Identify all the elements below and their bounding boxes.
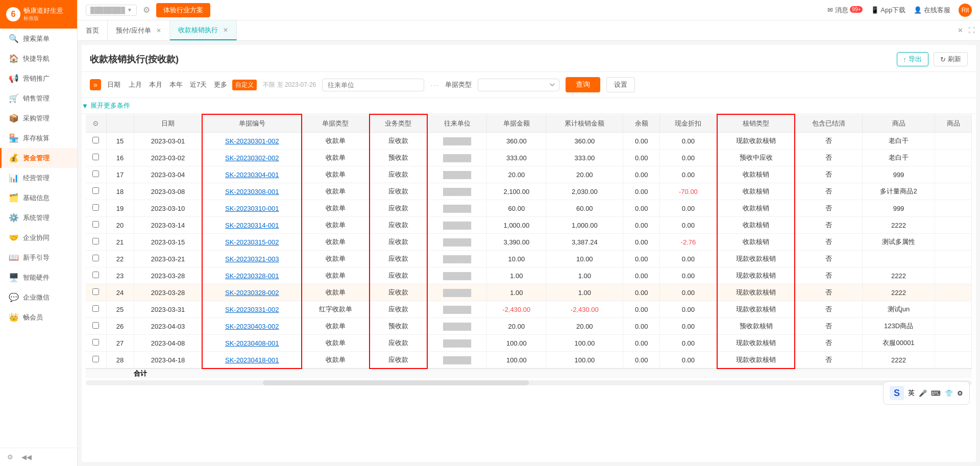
bill-no-link[interactable]: SK-20230315-002 xyxy=(225,238,279,246)
row-checkbox[interactable] xyxy=(92,322,99,329)
tab-collection[interactable]: 收款核销执行 ✕ xyxy=(170,20,237,40)
td-checkbox[interactable] xyxy=(86,183,106,200)
bill-no-link[interactable]: SK-20230308-001 xyxy=(225,188,279,195)
row-checkbox[interactable] xyxy=(92,137,99,143)
user-avatar[interactable]: Rit xyxy=(959,4,972,17)
sidebar-item-wechat[interactable]: 💬 企业微信 xyxy=(0,287,77,307)
sidebar-item-marketing[interactable]: 📢 营销推广 xyxy=(0,68,77,88)
sidebar-item-search[interactable]: 🔍 搜索菜单 xyxy=(0,29,77,48)
row-checkbox[interactable] xyxy=(92,255,99,261)
th-product2[interactable]: 商品 xyxy=(935,114,972,133)
date-option-last-month[interactable]: 上月 xyxy=(127,79,144,90)
th-partner[interactable]: 往来单位 xyxy=(427,114,487,133)
date-custom-button[interactable]: 自定义 xyxy=(232,80,257,90)
bill-no-link[interactable]: SK-20230403-002 xyxy=(225,323,279,330)
td-checkbox[interactable] xyxy=(86,251,106,267)
bill-no-link[interactable]: SK-20230408-001 xyxy=(225,339,279,347)
export-button[interactable]: ↑ 导出 xyxy=(897,52,929,66)
grid-icon[interactable]: ⚙ xyxy=(957,389,963,397)
bill-no-link[interactable]: SK-20230418-001 xyxy=(225,356,279,364)
row-checkbox[interactable] xyxy=(92,204,99,211)
app-download[interactable]: 📱 App下载 xyxy=(871,6,905,15)
sidebar-item-guide[interactable]: 📖 新手引导 xyxy=(0,248,77,267)
th-biz-type[interactable]: 业务类型 xyxy=(370,114,427,133)
th-amount[interactable]: 单据金额 xyxy=(487,114,546,133)
date-option-this-year[interactable]: 本年 xyxy=(167,79,185,90)
td-checkbox[interactable] xyxy=(86,335,106,352)
th-balance[interactable]: 余额 xyxy=(623,114,660,133)
collection-tab-close[interactable]: ✕ xyxy=(223,27,228,34)
sidebar-item-inventory[interactable]: 🏪 库存核算 xyxy=(0,128,77,148)
tab-home[interactable]: 首页 xyxy=(78,20,108,40)
row-checkbox[interactable] xyxy=(92,238,99,244)
tab-close-all-icon[interactable]: ✕ xyxy=(958,27,963,34)
table-scrollbar-thumb[interactable] xyxy=(263,380,529,385)
row-checkbox[interactable] xyxy=(92,288,99,295)
sidebar-item-operation[interactable]: 📊 经营管理 xyxy=(0,168,77,188)
td-checkbox[interactable] xyxy=(86,234,106,251)
bill-no-link[interactable]: SK-20230314-001 xyxy=(225,222,279,229)
date-option-this-month[interactable]: 本月 xyxy=(147,79,164,90)
bill-no-link[interactable]: SK-20230328-002 xyxy=(225,289,279,297)
row-checkbox[interactable] xyxy=(92,305,99,312)
shirt-icon[interactable]: 👕 xyxy=(945,389,953,397)
td-checkbox[interactable] xyxy=(86,267,106,284)
date-option-more[interactable]: 更多 xyxy=(212,79,229,90)
bill-no-link[interactable]: SK-20230321-003 xyxy=(225,255,279,263)
filter-toggle-button[interactable]: » xyxy=(90,79,101,90)
bill-no-link[interactable]: SK-20230331-002 xyxy=(225,306,279,313)
sidebar-item-hardware[interactable]: 🖥️ 智能硬件 xyxy=(0,267,77,287)
bill-no-link[interactable]: SK-20230310-001 xyxy=(225,205,279,212)
mic-icon[interactable]: 🎤 xyxy=(919,389,927,397)
td-checkbox[interactable] xyxy=(86,150,106,166)
sidebar-item-member[interactable]: 👑 畅会员 xyxy=(0,307,77,327)
row-checkbox[interactable] xyxy=(92,272,99,278)
bill-no-link[interactable]: SK-20230328-001 xyxy=(225,272,279,280)
th-cash-discount[interactable]: 现金折扣 xyxy=(660,114,717,133)
company-select[interactable]: ████████ ▼ xyxy=(86,5,137,16)
td-checkbox[interactable] xyxy=(86,352,106,369)
query-button[interactable]: 查询 xyxy=(566,77,600,92)
td-checkbox[interactable] xyxy=(86,284,106,301)
row-checkbox[interactable] xyxy=(92,356,99,362)
th-verify-type[interactable]: 核销类型 xyxy=(717,114,795,133)
td-checkbox[interactable] xyxy=(86,301,106,318)
th-accum[interactable]: 累计核销金额 xyxy=(546,114,623,133)
row-checkbox[interactable] xyxy=(92,187,99,194)
th-bill-type[interactable]: 单据类型 xyxy=(302,114,370,133)
bill-type-select[interactable] xyxy=(478,79,559,91)
prepay-tab-close[interactable]: ✕ xyxy=(156,27,161,34)
settings-button[interactable]: 设置 xyxy=(606,77,635,92)
expand-filter-button[interactable]: ▼ 展开更多条件 xyxy=(82,101,976,110)
sidebar-item-quicknav[interactable]: 🏠 快捷导航 xyxy=(0,48,77,68)
td-checkbox[interactable] xyxy=(86,217,106,234)
td-checkbox[interactable] xyxy=(86,200,106,217)
bill-no-link[interactable]: SK-20230302-002 xyxy=(225,154,279,162)
th-settings[interactable]: ⚙ xyxy=(86,114,106,133)
row-checkbox[interactable] xyxy=(92,154,99,160)
sidebar-item-enterprise[interactable]: 🤝 企业协同 xyxy=(0,228,77,248)
sidebar-item-sales[interactable]: 🛒 销售管理 xyxy=(0,88,77,108)
row-checkbox[interactable] xyxy=(92,339,99,346)
td-checkbox[interactable] xyxy=(86,133,106,150)
sidebar-item-system[interactable]: ⚙️ 系统管理 xyxy=(0,208,77,228)
row-checkbox[interactable] xyxy=(92,221,99,228)
message-area[interactable]: ✉ 消息 99+ xyxy=(827,6,863,15)
row-checkbox[interactable] xyxy=(92,170,99,177)
tab-prepay[interactable]: 预付/应付单 ✕ xyxy=(108,20,170,40)
bill-no-link[interactable]: SK-20230301-002 xyxy=(225,137,279,145)
th-bill-no[interactable]: 单据编号 xyxy=(202,114,302,133)
td-checkbox[interactable] xyxy=(86,166,106,183)
table-settings-icon[interactable]: ⚙ xyxy=(92,119,99,128)
tab-expand-icon[interactable]: ⛶ xyxy=(968,27,975,34)
refresh-button[interactable]: ↻ 刷新 xyxy=(934,52,968,66)
online-service[interactable]: 👤 在线客服 xyxy=(914,6,950,15)
th-date[interactable]: 日期 xyxy=(134,114,202,133)
bill-no-link[interactable]: SK-20230304-001 xyxy=(225,171,279,179)
keyboard-icon[interactable]: ⌨ xyxy=(931,389,941,397)
sidebar-item-purchase[interactable]: 📦 采购管理 xyxy=(0,108,77,128)
sidebar-gear-icon[interactable]: ⚙ xyxy=(7,453,13,461)
partner-input[interactable] xyxy=(322,79,424,91)
sidebar-item-basic[interactable]: 🗂️ 基础信息 xyxy=(0,188,77,208)
gear-icon[interactable]: ⚙ xyxy=(143,5,150,15)
